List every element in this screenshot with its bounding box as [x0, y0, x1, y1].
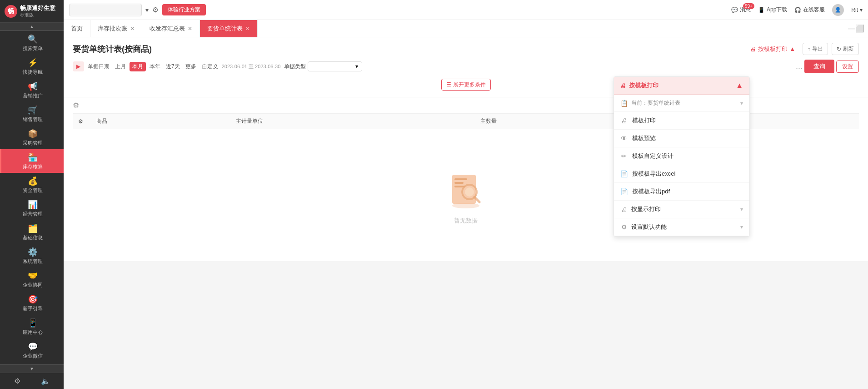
window-maximize-button[interactable]: ⬜	[855, 24, 864, 33]
type-select-button[interactable]: ▾	[308, 61, 362, 71]
sidebar-item-label: 新手引导	[23, 305, 43, 312]
type-selector: 单据类型 ▾	[284, 61, 362, 71]
sidebar-item-marketing[interactable]: 📢 营销推广	[0, 78, 64, 102]
expand-arrow-icon[interactable]: ▶	[76, 63, 80, 70]
user-avatar[interactable]: 👤	[832, 4, 844, 16]
print-panel-display-print[interactable]: 🖨 按显示打印 ▾	[614, 201, 749, 218]
setting-button[interactable]: 设置	[836, 61, 859, 73]
sidebar-item-sales[interactable]: 🛒 销售管理	[0, 102, 64, 126]
date-more-button[interactable]: 更多	[184, 62, 198, 71]
chevron-down-icon: ▾	[355, 63, 358, 70]
logo-text: 畅康通好生意 标准版	[20, 5, 55, 18]
sidebar-item-label: 应用中心	[23, 329, 43, 336]
tab-close-icon[interactable]: ✕	[188, 25, 192, 32]
print-panel: 🖨 按模板打印 ▲ 📋 当前：要货单统计表 ▾ 🖨 模板打印	[614, 76, 750, 237]
print-panel-current-item[interactable]: 📋 当前：要货单统计表 ▾	[614, 95, 749, 112]
sidebar-item-apps[interactable]: 📱 应用中心	[0, 315, 64, 338]
sidebar-scroll-down[interactable]: ▼	[0, 364, 64, 373]
current-icon: 📋	[620, 100, 628, 107]
date-current-month-button[interactable]: 本月	[130, 62, 146, 71]
tab-close-icon[interactable]: ✕	[130, 25, 135, 32]
query-button[interactable]: 查询	[804, 60, 834, 73]
sidebar-item-search[interactable]: 🔍 搜索菜单	[0, 31, 64, 55]
speaker-icon[interactable]: 🔈	[41, 377, 50, 385]
user-dropdown-icon: ▾	[860, 7, 863, 13]
date-prev-month-button[interactable]: 上月	[113, 62, 128, 71]
print-panel-close-icon[interactable]: ▲	[736, 81, 743, 90]
expand-more-button[interactable]: ☰ 展开更多条件	[441, 79, 491, 91]
sidebar-item-label: 企业微信	[23, 353, 43, 359]
export-button[interactable]: ↑ 导出	[803, 43, 828, 55]
export-label: 导出	[812, 45, 823, 53]
sidebar-item-label: 营销推广	[23, 92, 43, 99]
settings-bottom-icon[interactable]: ⚙	[14, 377, 20, 385]
apps-icon: 📱	[28, 318, 38, 328]
sidebar-scroll-up[interactable]: ▲	[0, 23, 64, 31]
printer-panel-icon: 🖨	[620, 82, 626, 89]
window-minimize-button[interactable]: —	[848, 25, 855, 33]
sidebar-item-guide[interactable]: 🎯 新手引导	[0, 291, 64, 315]
marketing-icon: 📢	[28, 81, 38, 91]
print-panel-export-pdf[interactable]: 📄 按模板导出pdf	[614, 183, 749, 201]
page-actions-top: 🖨 按模板打印 ▲ ↑ 导出 ↻ 刷新	[747, 43, 859, 55]
export-icon: ↑	[808, 46, 810, 52]
username-display[interactable]: Rit ▾	[851, 7, 863, 13]
print-panel-set-default[interactable]: ⚙ 设置默认功能 ▾	[614, 218, 749, 236]
topbar-dropdown-button[interactable]: ▾	[145, 4, 149, 16]
sidebar-item-shortcut[interactable]: ⚡ 快捷导航	[0, 55, 64, 78]
template-design-icon: ✏	[620, 152, 628, 160]
date-custom-button[interactable]: 自定义	[200, 62, 220, 71]
guide-icon: 🎯	[28, 294, 38, 304]
tab-close-icon[interactable]: ✕	[245, 25, 250, 32]
refresh-button[interactable]: ↻ 刷新	[832, 43, 859, 55]
sidebar-item-finance[interactable]: 💰 资金管理	[0, 173, 64, 197]
message-button[interactable]: 💬 消息 99+	[731, 6, 751, 14]
date-current-year-button[interactable]: 本年	[148, 62, 162, 71]
display-print-left: 🖨 按显示打印	[620, 205, 661, 213]
tab-batch-account[interactable]: 库存批次账 ✕	[90, 20, 142, 37]
tab-home[interactable]: 首页	[64, 20, 90, 37]
export-excel-label: 按模板导出excel	[632, 170, 675, 178]
sidebar-item-purchase[interactable]: 📦 采购管理	[0, 126, 64, 149]
gear-icon[interactable]: ⚙	[152, 5, 159, 14]
app-download-button[interactable]: 📱 App下载	[758, 6, 787, 14]
home-label: 首页	[71, 25, 83, 33]
avatar-icon: 👤	[832, 4, 844, 16]
date-range-display: 2023-06-01 至 2023-06-30	[222, 63, 281, 70]
col-settings[interactable]: ⚙	[73, 114, 91, 129]
sidebar-item-inventory[interactable]: 🏪 库存核算	[0, 149, 64, 173]
sidebar-item-collab[interactable]: 🤝 企业协同	[0, 268, 64, 291]
system-icon: ⚙️	[28, 247, 38, 257]
online-service-button[interactable]: 🎧 在线客服	[794, 6, 825, 14]
wechat-icon: 💬	[28, 342, 38, 352]
tab-order-stats[interactable]: 要货单统计表 ✕	[200, 20, 258, 37]
trial-button[interactable]: 体验行业方案	[162, 4, 206, 15]
tab-receipt-summary[interactable]: 收发存汇总表 ✕	[142, 20, 200, 37]
export-pdf-label: 按模板导出pdf	[632, 187, 670, 196]
sidebar-item-system[interactable]: ⚙️ 系统管理	[0, 244, 64, 268]
print-template-button[interactable]: 🖨 按模板打印 ▲	[747, 43, 799, 55]
print-panel-title: 🖨 按模板打印	[620, 81, 658, 90]
date-last7-button[interactable]: 近7天	[164, 62, 182, 71]
print-panel-template-preview[interactable]: 👁 模板预览	[614, 130, 749, 147]
search-input[interactable]	[69, 4, 142, 16]
expand-label: 展开更多条件	[453, 81, 486, 89]
svg-point-7	[465, 187, 474, 197]
set-default-left: ⚙ 设置默认功能	[620, 223, 667, 231]
online-service-label: 在线客服	[803, 6, 825, 14]
refresh-label: 刷新	[843, 45, 854, 53]
more-options-button[interactable]: ...	[796, 62, 803, 71]
page-content: 要货单统计表(按商品) 🖨 按模板打印 ▲ ↑ 导出	[64, 37, 868, 389]
print-panel-template-design[interactable]: ✏ 模板自定义设计	[614, 147, 749, 165]
main-content: ▾ ⚙ 体验行业方案 💬 消息 99+ 📱 App下载 🎧 在线客服 👤 Rit	[64, 0, 868, 389]
tab-window-controls: — ⬜	[258, 24, 868, 33]
template-print-icon: 🖨	[620, 117, 628, 124]
sidebar-item-wechat[interactable]: 💬 企业微信	[0, 338, 64, 362]
table-settings-icon[interactable]: ⚙	[73, 101, 79, 110]
collab-icon: 🤝	[28, 271, 38, 281]
action-buttons-row: ... 查询 设置	[796, 60, 859, 73]
sidebar-item-operation[interactable]: 📊 经营管理	[0, 197, 64, 220]
print-panel-export-excel[interactable]: 📄 按模板导出excel	[614, 165, 749, 183]
sidebar-item-basic[interactable]: 🗂️ 基础信息	[0, 220, 64, 244]
print-panel-template-print[interactable]: 🖨 模板打印	[614, 112, 749, 130]
